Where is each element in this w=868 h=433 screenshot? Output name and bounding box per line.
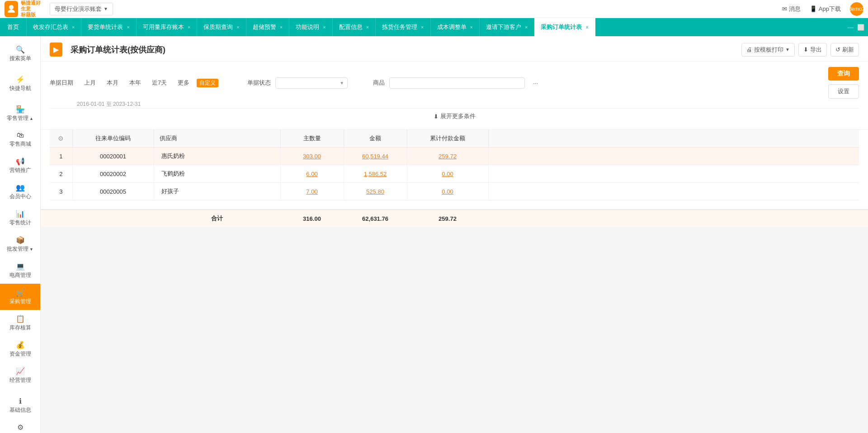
date-btn-7days[interactable]: 近7天 — [148, 78, 170, 88]
retail-stats-icon: 📊 — [16, 209, 25, 218]
close-tab-function-desc[interactable]: × — [323, 24, 326, 30]
sidebar-item-operations[interactable]: 📈 经营管理 — [0, 362, 40, 389]
sidebar-item-marketing[interactable]: 📢 营销推广 — [0, 152, 40, 179]
th-paid: 累计付款金额 — [407, 130, 488, 148]
nav-tabs: 首页 收发存汇总表 × 要货单统计表 × 可用量库存账本 × 保质期查询 × 超… — [0, 18, 868, 36]
wholesale-arrow-icon: ▼ — [29, 247, 33, 252]
row-2-qty[interactable]: 6.00 — [280, 165, 344, 183]
sidebar-item-retail-stats[interactable]: 📊 零售统计 — [0, 205, 40, 231]
member-icon: 👥 — [16, 183, 25, 192]
expand-more-conditions[interactable]: ⬇ 展开更多条件 — [50, 108, 859, 124]
sidebar-item-member-center[interactable]: 👥 会员中心 — [0, 179, 40, 205]
table-row: 1 00020001 惠氏奶粉 303.00 60,519.44 259.72 — [50, 148, 859, 165]
close-tab-purchase-summary[interactable]: × — [585, 24, 588, 30]
row-1-qty[interactable]: 303.00 — [280, 148, 344, 165]
close-tab-config-info[interactable]: × — [366, 24, 369, 30]
row-2-rest — [488, 165, 859, 183]
sidebar-item-system-mgmt[interactable]: ⚙ 系统管理 — [0, 419, 40, 433]
wholesale-icon: 📦 — [16, 236, 25, 244]
nav-maximize-icon[interactable]: ⬜ — [857, 24, 864, 31]
retail-shop-icon: 🛍 — [17, 131, 24, 139]
printer-icon: 🖨 — [746, 46, 752, 53]
close-tab-available-stock[interactable]: × — [188, 24, 190, 30]
tab-available-stock[interactable]: 可用量库存账本 × — [137, 18, 197, 36]
sidebar-item-purchase-mgmt[interactable]: 🛒 采购管理 — [0, 284, 40, 310]
page-content: ▶ 采购订单统计表(按供应商) 🖨 按模板打印 ▼ ⬇ 导出 ↺ — [41, 36, 868, 227]
goods-more-btn[interactable]: ··· — [533, 80, 538, 86]
sidebar-item-search[interactable]: 🔍 搜索英单 — [0, 41, 40, 67]
close-tab-invite-downstream[interactable]: × — [525, 24, 528, 30]
row-2-paid[interactable]: 0.00 — [407, 165, 488, 183]
svg-point-0 — [9, 5, 14, 10]
row-1-paid[interactable]: 259.72 — [407, 148, 488, 165]
row-1-num: 1 — [50, 148, 72, 165]
export-button[interactable]: ⬇ 导出 — [798, 43, 827, 57]
row-1-supplier: 惠氏奶粉 — [154, 148, 280, 165]
sidebar-item-retail-mgmt[interactable]: 🏪 零售管理 ▲ — [0, 100, 40, 127]
template-print-button[interactable]: 🖨 按模板打印 ▼ — [741, 43, 795, 57]
workspace-selector[interactable]: 母婴行业演示账套 ▼ — [50, 3, 113, 15]
top-bar: 畅捷通好生意 标题版 母婴行业演示账套 ▼ ✉ 消息 📱 App下载 demo2 — [0, 0, 868, 18]
app-download-button[interactable]: 📱 App下载 — [810, 5, 841, 13]
row-3-qty[interactable]: 7.00 — [280, 183, 344, 200]
tab-overstock-warning[interactable]: 超储预警 × — [246, 18, 289, 36]
status-select[interactable] — [275, 77, 348, 89]
sidebar-item-retail-shop[interactable]: 🛍 零售商城 — [0, 127, 40, 152]
sidebar-item-ecommerce[interactable]: 💻 电商管理 — [0, 257, 40, 284]
tab-home[interactable]: 首页 — [0, 18, 27, 36]
inventory-icon: 📋 — [16, 314, 25, 323]
tab-cost-adjust[interactable]: 成本调整单 × — [431, 18, 480, 36]
sidebar-item-wholesale-mgmt[interactable]: 📦 批发管理 ▼ — [0, 231, 40, 257]
message-button[interactable]: ✉ 消息 — [782, 5, 801, 13]
th-code: 往来单位编码 — [72, 130, 154, 148]
table-header: ⚙ 往来单位编码 供应商 主数量 金额 累计付款金额 — [50, 130, 859, 148]
tab-receive-summary[interactable]: 收发存汇总表 × — [27, 18, 81, 36]
date-btn-this-month[interactable]: 本月 — [103, 78, 122, 88]
close-tab-goods-summary[interactable]: × — [127, 24, 129, 30]
user-menu[interactable]: demo2 — [850, 2, 863, 16]
row-1-amount[interactable]: 60,519.44 — [344, 148, 407, 165]
close-tab-warranty[interactable]: × — [236, 24, 239, 30]
tab-warranty-query[interactable]: 保质期查询 × — [197, 18, 246, 36]
sidebar-item-finance[interactable]: 💰 资金管理 — [0, 336, 40, 362]
date-btn-last-month[interactable]: 上月 — [80, 78, 99, 88]
tab-purchase-summary[interactable]: 采购订单统计表 × — [534, 18, 595, 36]
retail-mgmt-arrow-icon: ▲ — [29, 116, 33, 121]
close-tab-overstock[interactable]: × — [280, 24, 283, 30]
marketing-icon: 📢 — [16, 157, 25, 166]
operations-icon: 📈 — [16, 367, 25, 376]
tab-invite-downstream[interactable]: 邀请下游客户 × — [480, 18, 534, 36]
search-icon: 🔍 — [16, 45, 25, 54]
date-range-display: 2016-01-01 至 2023-12-31 — [77, 100, 859, 108]
th-supplier: 供应商 — [154, 130, 280, 148]
column-settings-icon[interactable]: ⚙ — [58, 135, 64, 142]
date-btn-more[interactable]: 更多 — [174, 78, 193, 88]
toggle-filter-button[interactable]: ▶ — [50, 43, 62, 57]
sidebar-item-basic-info[interactable]: ℹ 基础信息 — [0, 392, 40, 419]
tab-config-info[interactable]: 配置信息 × — [333, 18, 376, 36]
custom-date-tag[interactable]: 自定义 — [197, 79, 218, 87]
row-3-paid[interactable]: 0.00 — [407, 183, 488, 200]
main-layout: 🔍 搜索英单 ⚡ 快捷导航 🏪 零售管理 ▲ 🛍 零售商城 📢 营销推广 👥 会… — [0, 36, 868, 433]
goods-input[interactable] — [389, 77, 525, 89]
expand-more-icon: ⬇ — [434, 113, 439, 120]
row-2-amount[interactable]: 1,586.52 — [344, 165, 407, 183]
date-btn-this-year[interactable]: 本年 — [126, 78, 145, 88]
row-2-supplier: 飞鹤奶粉 — [154, 165, 280, 183]
settings-button[interactable]: 设置 — [828, 84, 859, 99]
sidebar-item-quick-nav[interactable]: ⚡ 快捷导航 — [0, 71, 40, 97]
nav-minimize-icon[interactable]: — — [848, 24, 854, 31]
quick-nav-icon: ⚡ — [16, 75, 25, 84]
filter-area: 单据日期 上月 本月 本年 近7天 更多 自定义 单据状态 — [41, 62, 868, 130]
close-tab-pick-task[interactable]: × — [421, 24, 424, 30]
date-filter-label: 单据日期 — [50, 79, 73, 87]
sidebar-item-inventory[interactable]: 📋 库存核算 — [0, 310, 40, 336]
close-tab-cost-adjust[interactable]: × — [470, 24, 473, 30]
tab-goods-summary[interactable]: 要货单统计表 × — [81, 18, 136, 36]
row-3-amount[interactable]: 525.80 — [344, 183, 407, 200]
close-tab-receive-summary[interactable]: × — [72, 24, 75, 30]
tab-function-desc[interactable]: 功能说明 × — [289, 18, 332, 36]
tab-pick-task[interactable]: 拣货任务管理 × — [376, 18, 430, 36]
refresh-button[interactable]: ↺ 刷新 — [830, 43, 859, 57]
query-button[interactable]: 查询 — [828, 67, 859, 81]
